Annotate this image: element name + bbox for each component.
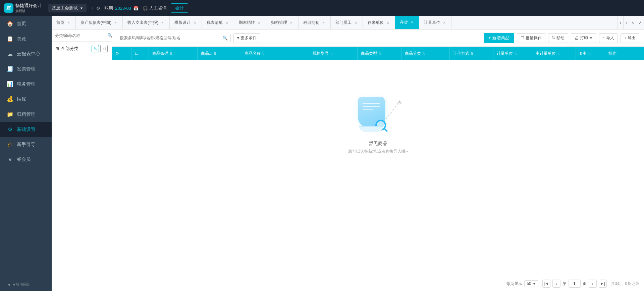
tab-close-home[interactable]: × <box>66 20 71 26</box>
sidebar: 🏠 首页 📋 总账 ☁ 云报表中心 🧾 发票管理 📊 税务管理 💰 结账 📁 归… <box>0 16 52 291</box>
tab-period-end[interactable]: 期末结转 × <box>234 16 266 30</box>
tab-close-unit[interactable]: × <box>442 20 446 26</box>
sidebar-item-settings[interactable]: ⚙ 基础设置 <box>0 122 52 137</box>
tab-bar: 首页 × 资产负债表(中期) × 收入支出表(年报) × 模版设计 × 税表清单… <box>52 16 644 30</box>
next-page-btn[interactable]: › <box>589 280 597 288</box>
tab-subject[interactable]: 科目期初 × <box>299 16 331 30</box>
tab-close-template[interactable]: × <box>193 20 197 26</box>
tab-close-all-btn[interactable]: × <box>629 16 636 30</box>
product-table: ⚙ ☐ 商品条码 ⇅ <box>112 47 644 168</box>
tab-close-tax[interactable]: × <box>225 20 229 26</box>
last-page-btn[interactable]: ►| <box>599 280 607 288</box>
col-price-method[interactable]: 计价方式 ⇅ <box>450 47 493 60</box>
sidebar-label-invoice: 发票管理 <box>17 66 36 72</box>
col-main-unit[interactable]: 主计量单位 ⇅ <box>532 47 576 60</box>
col-checkbox[interactable]: ☐ <box>131 47 149 60</box>
sort-price-icon: ⇅ <box>471 52 473 55</box>
col-extra[interactable]: ⊕主 ⇅ <box>576 47 605 60</box>
tab-home-label: 首页 <box>56 20 64 26</box>
page-prefix: 第 <box>562 281 567 287</box>
sidebar-pin-toggle[interactable]: ◄ ◄取消固定 <box>0 278 52 291</box>
sort-name-icon: ⇅ <box>262 52 265 55</box>
category-collapse-btn[interactable]: ◁ <box>100 45 108 52</box>
sort-spec-icon: ⇅ <box>330 52 333 55</box>
tab-close-archive[interactable]: × <box>289 20 293 26</box>
sidebar-item-home[interactable]: 🏠 首页 <box>0 16 52 31</box>
sidebar-label-archive: 归档管理 <box>17 111 36 117</box>
sidebar-item-guide[interactable]: 🎓 新手引导 <box>0 137 52 152</box>
col-settings[interactable]: ⚙ <box>112 47 131 60</box>
col-code[interactable]: 商品... ⇅ <box>198 47 241 60</box>
tab-archive-label: 归档管理 <box>271 20 287 26</box>
tab-dept[interactable]: 部门员工 × <box>331 16 363 30</box>
tab-prev-btn[interactable]: ‹ <box>618 16 623 30</box>
sidebar-label-guide: 新手引导 <box>17 142 36 148</box>
tab-close-subject[interactable]: × <box>321 20 326 26</box>
page-unit: 页 <box>583 281 587 287</box>
tab-supplier[interactable]: 往来单位 × <box>363 16 395 30</box>
product-search-icon[interactable]: 🔍 <box>222 36 228 41</box>
tab-expand-btn[interactable]: ⤢ <box>636 16 644 30</box>
add-tab-icon[interactable]: + <box>91 5 94 11</box>
col-category[interactable]: 商品分类 ⇅ <box>401 47 450 60</box>
company-name: 基层工会测试 <box>52 5 78 11</box>
tab-close-supplier[interactable]: × <box>386 20 390 26</box>
col-spec[interactable]: 规格型号 ⇅ <box>309 47 358 60</box>
move-button[interactable]: ⇅ 移动 <box>548 33 568 43</box>
filter-button[interactable]: ▾ 更多条件 <box>233 33 260 43</box>
tab-template[interactable]: 模版设计 × <box>170 16 202 30</box>
tab-close-balance[interactable]: × <box>113 20 118 26</box>
table-body: 暂无商品 您可以选择新增,或者直接导入哦~ <box>112 60 644 168</box>
print-button[interactable]: 🖨 打印 ▼ <box>571 33 596 43</box>
import-button[interactable]: ↑ 导入 <box>599 33 618 43</box>
tab-income[interactable]: 收入支出表(年报) × <box>123 16 170 30</box>
sidebar-label-member: 畅会员 <box>17 156 31 162</box>
logo-icon: 财 <box>4 3 13 13</box>
tab-balance[interactable]: 资产负债表(中期) × <box>76 16 123 30</box>
tab-next-btn[interactable]: › <box>623 16 629 30</box>
toolbar: 🔍 ▾ 更多条件 + 新增商品 ☐ 批量操作 ⇅ 移动 <box>112 30 644 47</box>
first-page-btn[interactable]: |◄ <box>542 280 550 288</box>
empty-state: 暂无商品 您可以选择新增,或者直接导入哦~ <box>112 60 644 168</box>
sort-main-unit-icon: ⇅ <box>557 52 560 55</box>
category-edit-btn[interactable]: ✎ <box>92 45 99 52</box>
category-search-input[interactable] <box>55 33 105 38</box>
settings-icon[interactable]: ⚙ <box>96 6 100 11</box>
product-search-bar: 🔍 <box>117 34 231 42</box>
page-number-input[interactable] <box>569 280 581 288</box>
tab-archive[interactable]: 归档管理 × <box>266 16 299 30</box>
app-layout: 🏠 首页 📋 总账 ☁ 云报表中心 🧾 发票管理 📊 税务管理 💰 结账 📁 归… <box>0 16 644 291</box>
tab-tax[interactable]: 税表清单 × <box>202 16 234 30</box>
tab-home[interactable]: 首页 × <box>52 16 76 30</box>
sidebar-item-ledger[interactable]: 📋 总账 <box>0 31 52 46</box>
sidebar-item-cloud[interactable]: ☁ 云报表中心 <box>0 46 52 61</box>
category-header[interactable]: ⊞ 全部分类 ✎ ◁ <box>52 42 112 56</box>
sidebar-item-member[interactable]: V 畅会员 <box>0 152 52 167</box>
sidebar-item-tax[interactable]: 📊 税务管理 <box>0 77 52 92</box>
company-selector[interactable]: 基层工会测试 ▼ <box>48 4 87 12</box>
calendar-icon[interactable]: 📅 <box>133 6 139 11</box>
tab-inventory[interactable]: 存货 × <box>395 16 419 30</box>
col-unit[interactable]: 计量单位 ⇅ <box>493 47 532 60</box>
prev-page-btn[interactable]: ‹ <box>552 280 560 288</box>
tab-close-period-end[interactable]: × <box>257 20 261 26</box>
account-button[interactable]: 会计 <box>171 3 188 13</box>
page-size-selector: 每页显示 50 ▼ <box>506 280 538 287</box>
tab-unit[interactable]: 计量单位 × <box>419 16 451 30</box>
batch-button[interactable]: ☐ 批量操作 <box>517 33 545 43</box>
tab-close-dept[interactable]: × <box>354 20 358 26</box>
sidebar-item-archive[interactable]: 📁 归档管理 <box>0 107 52 122</box>
col-barcode[interactable]: 商品条码 ⇅ <box>149 47 198 60</box>
tab-close-inventory[interactable]: × <box>410 20 414 25</box>
sidebar-item-close[interactable]: 💰 结账 <box>0 92 52 107</box>
export-button[interactable]: ↓ 导出 <box>621 33 639 43</box>
sidebar-item-invoice[interactable]: 🧾 发票管理 <box>0 61 52 77</box>
add-product-button[interactable]: + 新增商品 <box>484 33 514 43</box>
tab-close-income[interactable]: × <box>160 20 165 26</box>
col-type[interactable]: 商品类型 ⇅ <box>358 47 401 60</box>
consult-button[interactable]: 🎧 人工咨询 <box>143 5 167 11</box>
product-search-input[interactable] <box>120 36 220 40</box>
page-size-dropdown[interactable]: 50 ▼ <box>524 280 538 287</box>
main-area: 首页 × 资产负债表(中期) × 收入支出表(年报) × 模版设计 × 税表清单… <box>52 16 644 291</box>
col-name[interactable]: 商品名称 ⇅ <box>241 47 309 60</box>
